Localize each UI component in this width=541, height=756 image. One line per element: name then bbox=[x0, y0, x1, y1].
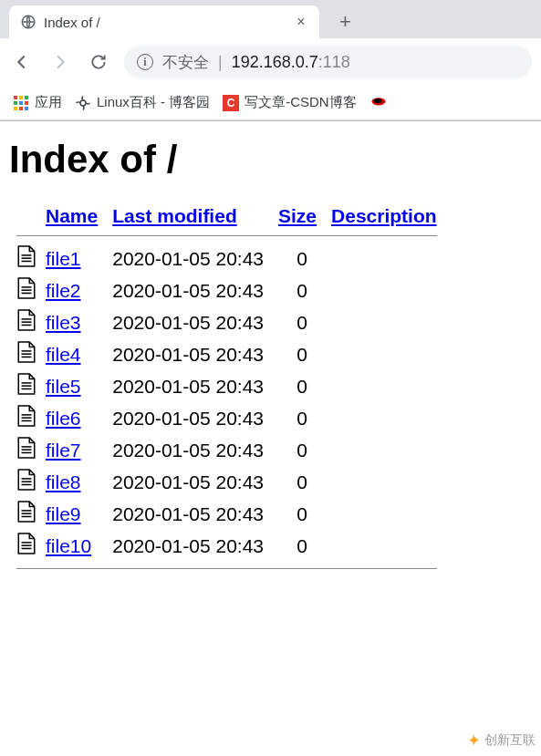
file-link[interactable]: file3 bbox=[46, 312, 81, 333]
apps-grid-icon bbox=[13, 95, 29, 111]
column-header-modified[interactable]: Last modified bbox=[105, 202, 271, 229]
file-size: 0 bbox=[271, 466, 324, 498]
insecure-label: 不安全 bbox=[162, 52, 209, 73]
column-header-name[interactable]: Name bbox=[38, 202, 105, 229]
file-description bbox=[324, 306, 444, 338]
file-icon bbox=[9, 243, 38, 274]
back-button[interactable] bbox=[9, 52, 35, 72]
table-row: file4 2020-01-05 20:43 0 bbox=[9, 338, 444, 370]
svg-rect-3 bbox=[25, 96, 28, 99]
file-description bbox=[324, 402, 444, 434]
svg-rect-2 bbox=[19, 96, 23, 99]
file-icon bbox=[9, 498, 38, 530]
file-description bbox=[324, 274, 444, 306]
tab-bar: Index of / × + bbox=[0, 0, 541, 38]
browser-tab[interactable]: Index of / × bbox=[9, 5, 319, 38]
reload-button[interactable] bbox=[86, 53, 111, 71]
file-description bbox=[324, 530, 444, 562]
file-link[interactable]: file8 bbox=[46, 471, 81, 492]
file-modified: 2020-01-05 20:43 bbox=[105, 243, 271, 274]
url-host: 192.168.0.7 bbox=[232, 53, 318, 71]
directory-listing: Name Last modified Size Description file… bbox=[9, 202, 444, 575]
file-modified: 2020-01-05 20:43 bbox=[105, 434, 271, 466]
file-size: 0 bbox=[271, 530, 324, 562]
svg-rect-4 bbox=[14, 101, 17, 105]
bookmark-item[interactable] bbox=[369, 94, 388, 112]
file-description bbox=[324, 243, 444, 274]
redhat-icon bbox=[369, 94, 388, 112]
globe-icon bbox=[20, 14, 36, 30]
file-modified: 2020-01-05 20:43 bbox=[105, 402, 271, 434]
table-row: file10 2020-01-05 20:43 0 bbox=[9, 530, 444, 562]
bookmark-item[interactable]: Linux百科 - 博客园 bbox=[75, 94, 210, 111]
file-modified: 2020-01-05 20:43 bbox=[105, 498, 271, 530]
file-link[interactable]: file2 bbox=[46, 280, 81, 301]
new-tab-button[interactable]: + bbox=[336, 5, 355, 38]
file-size: 0 bbox=[271, 243, 324, 274]
table-row: file1 2020-01-05 20:43 0 bbox=[9, 243, 444, 274]
table-row: file5 2020-01-05 20:43 0 bbox=[9, 370, 444, 402]
file-link[interactable]: file7 bbox=[46, 440, 81, 461]
file-description bbox=[324, 498, 444, 530]
close-icon[interactable]: × bbox=[294, 15, 308, 29]
forward-button[interactable] bbox=[47, 52, 73, 72]
file-link[interactable]: file6 bbox=[46, 408, 81, 429]
file-link[interactable]: file10 bbox=[46, 535, 91, 556]
bookmark-item[interactable]: C 写文章-CSDN博客 bbox=[223, 94, 357, 111]
column-header-size[interactable]: Size bbox=[271, 202, 324, 229]
page-title: Index of / bbox=[9, 138, 532, 181]
file-icon bbox=[9, 306, 38, 338]
apps-label: 应用 bbox=[35, 94, 62, 111]
file-link[interactable]: file1 bbox=[46, 248, 81, 269]
address-bar[interactable]: i 不安全 | 192.168.0.7:118 bbox=[124, 46, 532, 78]
file-icon bbox=[9, 274, 38, 306]
url-port: :118 bbox=[318, 53, 350, 71]
file-size: 0 bbox=[271, 370, 324, 402]
file-description bbox=[324, 338, 444, 370]
file-size: 0 bbox=[271, 306, 324, 338]
file-description bbox=[324, 466, 444, 498]
svg-point-10 bbox=[80, 100, 86, 106]
table-row: file3 2020-01-05 20:43 0 bbox=[9, 306, 444, 338]
file-description bbox=[324, 370, 444, 402]
file-icon bbox=[9, 370, 38, 402]
file-icon bbox=[9, 530, 38, 562]
apps-button[interactable]: 应用 bbox=[13, 94, 62, 111]
divider bbox=[16, 568, 437, 569]
file-size: 0 bbox=[271, 274, 324, 306]
divider bbox=[16, 235, 437, 236]
file-icon bbox=[9, 402, 38, 434]
url-text: 192.168.0.7:118 bbox=[232, 53, 350, 72]
svg-rect-1 bbox=[14, 96, 17, 99]
bookmark-label: Linux百科 - 博客园 bbox=[97, 94, 210, 111]
cnblogs-icon bbox=[75, 95, 91, 111]
toolbar: i 不安全 | 192.168.0.7:118 bbox=[0, 38, 541, 86]
file-link[interactable]: file9 bbox=[46, 503, 81, 524]
file-modified: 2020-01-05 20:43 bbox=[105, 530, 271, 562]
info-icon[interactable]: i bbox=[137, 54, 153, 70]
file-size: 0 bbox=[271, 498, 324, 530]
bookmark-label: 写文章-CSDN博客 bbox=[244, 94, 357, 111]
file-icon bbox=[9, 434, 38, 466]
file-size: 0 bbox=[271, 402, 324, 434]
bookmarks-bar: 应用 Linux百科 - 博客园 C 写文章-CSDN博客 bbox=[0, 86, 541, 120]
file-modified: 2020-01-05 20:43 bbox=[105, 306, 271, 338]
file-modified: 2020-01-05 20:43 bbox=[105, 370, 271, 402]
address-divider: | bbox=[218, 53, 223, 72]
tab-title: Index of / bbox=[44, 15, 286, 30]
file-description bbox=[324, 434, 444, 466]
svg-rect-9 bbox=[25, 107, 28, 110]
page-content: Index of / Name Last modified Size Descr… bbox=[0, 121, 541, 592]
svg-rect-8 bbox=[19, 107, 23, 110]
table-row: file9 2020-01-05 20:43 0 bbox=[9, 498, 444, 530]
file-size: 0 bbox=[271, 338, 324, 370]
svg-rect-6 bbox=[25, 101, 28, 105]
table-row: file6 2020-01-05 20:43 0 bbox=[9, 402, 444, 434]
file-link[interactable]: file5 bbox=[46, 376, 81, 397]
column-header-description[interactable]: Description bbox=[324, 202, 444, 229]
file-modified: 2020-01-05 20:43 bbox=[105, 466, 271, 498]
file-link[interactable]: file4 bbox=[46, 344, 81, 365]
file-icon bbox=[9, 338, 38, 370]
table-row: file2 2020-01-05 20:43 0 bbox=[9, 274, 444, 306]
file-modified: 2020-01-05 20:43 bbox=[105, 338, 271, 370]
